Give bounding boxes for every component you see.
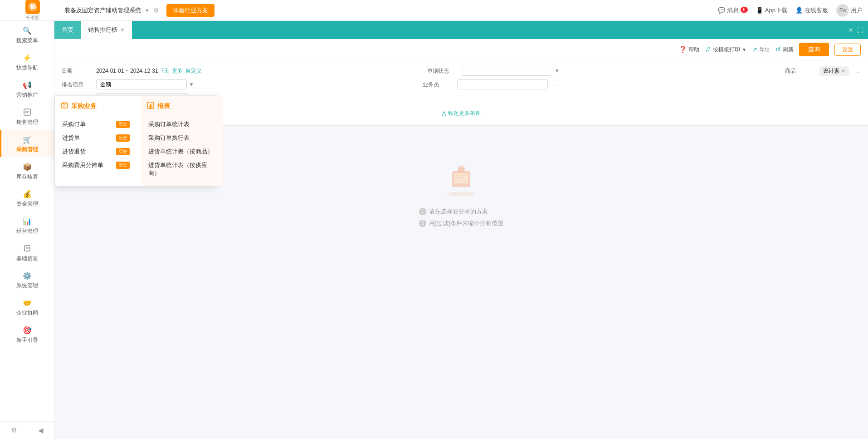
message-label: 消息	[727, 6, 739, 15]
date-more[interactable]: 更多	[172, 67, 183, 75]
tab-bar: 首页 销售排行榜 ✕ ✕ ⛶	[54, 21, 868, 39]
sidebar-item-purchase[interactable]: 🛒 采购管理	[0, 130, 54, 157]
sidebar-label-marketing: 营销推广	[16, 91, 38, 99]
sidebar-item-marketing[interactable]: 📢 营销推广	[0, 75, 54, 103]
stock-in-stat-goods-label: 进货单统计表（按商品）	[148, 148, 213, 156]
refresh-icon: ↺	[775, 46, 781, 53]
svg-rect-22	[149, 106, 150, 108]
svg-rect-24	[151, 104, 152, 108]
sidebar-item-system[interactable]: ⚙️ 系统管理	[0, 266, 54, 293]
settings-button[interactable]: 设置	[834, 44, 861, 56]
help-button[interactable]: ❓ 帮助	[679, 46, 699, 54]
empty-illustration	[439, 162, 484, 198]
svg-point-11	[458, 166, 465, 173]
sidebar-collapse-icon[interactable]: ◀	[38, 426, 44, 434]
sidebar-item-inventory[interactable]: 📦 库存核算	[0, 157, 54, 184]
tab-close-all-icon[interactable]: ✕	[848, 26, 853, 34]
tab-close-icon[interactable]: ✕	[120, 27, 125, 33]
menu-item-stock-in-stat-supplier[interactable]: 进货单统计表（按供应商）	[146, 158, 218, 180]
avatar: Ea	[836, 4, 849, 17]
industry-solution-button[interactable]: 体验行业方案	[166, 4, 215, 17]
sales-mgmt-svg	[23, 108, 31, 116]
status-filter-input[interactable]	[462, 66, 552, 76]
date-7days[interactable]: 7天	[161, 67, 169, 75]
svg-text:畅: 畅	[30, 3, 36, 10]
menu-item-purchase-order-stat[interactable]: 采购订单统计表	[146, 118, 218, 131]
refresh-button[interactable]: ↺ 刷新	[775, 46, 794, 54]
menu-item-purchase-expense[interactable]: 采购费用分摊单 历史	[60, 158, 132, 172]
status-dropdown-icon[interactable]: ▼	[554, 68, 560, 74]
menu-item-purchase-order-exec[interactable]: 采购订单执行表	[146, 131, 218, 145]
status-filter-label: 单据状态	[427, 67, 454, 75]
sidebar-item-search[interactable]: 🔍 搜索菜单	[0, 21, 54, 48]
sidebar-item-operation[interactable]: 📊 经营管理	[0, 212, 54, 239]
purchase-order-history[interactable]: 历史	[116, 121, 130, 128]
goods-tag-close-icon[interactable]: ✕	[841, 68, 845, 74]
online-service-item[interactable]: 👤 在线客服	[795, 6, 828, 15]
menu-item-stock-in-stat-goods[interactable]: 进货单统计表（按商品）	[146, 145, 218, 158]
main-layout: 🔍 搜索菜单 ⚡ 快捷导航 📢 营销推广 销售管理 🛒 采购管理	[0, 21, 868, 439]
app-download-item[interactable]: 📱 App下载	[756, 6, 787, 15]
svg-rect-5	[24, 246, 30, 251]
marketing-icon: 📢	[22, 80, 32, 90]
goods-filter-more[interactable]: ...	[856, 68, 861, 74]
refresh-label: 刷新	[783, 46, 794, 54]
date-custom[interactable]: 自定义	[185, 67, 202, 75]
menu-item-stock-in[interactable]: 进货单 历史	[60, 131, 132, 145]
user-item[interactable]: Ea 用户	[836, 4, 863, 17]
svg-rect-2	[24, 109, 30, 115]
tip-number-2: 2	[419, 220, 426, 227]
collapse-label: 收起更多条件	[448, 109, 481, 117]
menu-item-purchase-order[interactable]: 采购订单 历史	[60, 118, 132, 131]
settings-gear-icon[interactable]: ⚙	[153, 7, 159, 14]
phone-icon: 📱	[756, 7, 763, 14]
help-icon: ❓	[679, 46, 687, 53]
stock-return-history[interactable]: 历史	[116, 148, 130, 155]
dropdown-right-title-text: 报表	[157, 102, 170, 110]
menu-item-stock-return[interactable]: 进货退货 历史	[60, 145, 132, 158]
tab-home[interactable]: 首页	[54, 21, 81, 39]
rank-filter-input[interactable]	[96, 79, 187, 89]
tab-bar-right: ✕ ⛶	[848, 26, 868, 34]
message-item[interactable]: 💬 消息 6	[718, 6, 748, 15]
sidebar-settings-icon[interactable]: ⚙	[11, 426, 17, 434]
query-button[interactable]: 查询	[799, 43, 829, 56]
purchase-expense-history[interactable]: 历史	[116, 162, 130, 169]
sidebar-item-enterprise[interactable]: 🤝 企业协同	[0, 293, 54, 321]
export-icon: ↗	[752, 46, 757, 53]
system-dropdown-arrow[interactable]: ▼	[145, 8, 150, 13]
staff-filter-input[interactable]	[457, 79, 548, 89]
finance-icon: 💰	[22, 189, 32, 199]
tab-home-label: 首页	[62, 26, 73, 34]
sidebar-label-inventory: 库存核算	[16, 173, 38, 181]
sales-icon	[22, 107, 32, 117]
print-icon: 🖨	[705, 46, 711, 53]
tab-sales-ranking-label: 销售排行榜	[88, 26, 117, 34]
empty-svg	[439, 162, 484, 198]
tab-expand-icon[interactable]: ⛶	[857, 26, 863, 34]
filter-row-1: 日期 2024-01-01 ~ 2024-12-31 7天 更多 自定义 单据状…	[62, 66, 861, 76]
date-value: 2024-01-01 ~ 2024-12-31	[96, 68, 158, 74]
export-button[interactable]: ↗ 导出	[752, 46, 770, 54]
stock-in-history[interactable]: 历史	[116, 134, 130, 142]
svg-rect-16	[61, 103, 68, 108]
sidebar-item-base-info[interactable]: 基础信息	[0, 239, 54, 266]
base-info-icon	[22, 243, 32, 253]
rank-dropdown-icon[interactable]: ▼	[189, 81, 194, 88]
search-menu-icon: 🔍	[22, 25, 32, 35]
sidebar-label-purchase: 采购管理	[16, 146, 38, 153]
goods-tag-text: 设计素	[823, 67, 839, 75]
tab-sales-ranking[interactable]: 销售排行榜 ✕	[81, 21, 132, 39]
sidebar-item-guide[interactable]: 🎯 新手引导	[0, 321, 54, 348]
svg-rect-14	[456, 175, 467, 176]
sidebar-label-nav: 快捷导航	[16, 64, 38, 72]
sidebar-item-nav[interactable]: ⚡ 快捷导航	[0, 48, 54, 75]
print-template-button[interactable]: 🖨 按模板打印 ▼	[705, 46, 746, 54]
purchase-col-icon	[60, 101, 68, 111]
service-icon: 👤	[795, 7, 803, 14]
active-bar	[0, 130, 1, 157]
staff-filter-more[interactable]: ...	[555, 81, 560, 88]
sidebar-item-sales[interactable]: 销售管理	[0, 103, 54, 130]
sidebar-item-finance[interactable]: 💰 资金管理	[0, 184, 54, 212]
tip-text-2: 用[过滤]条件来缩小分析范围	[429, 217, 503, 229]
